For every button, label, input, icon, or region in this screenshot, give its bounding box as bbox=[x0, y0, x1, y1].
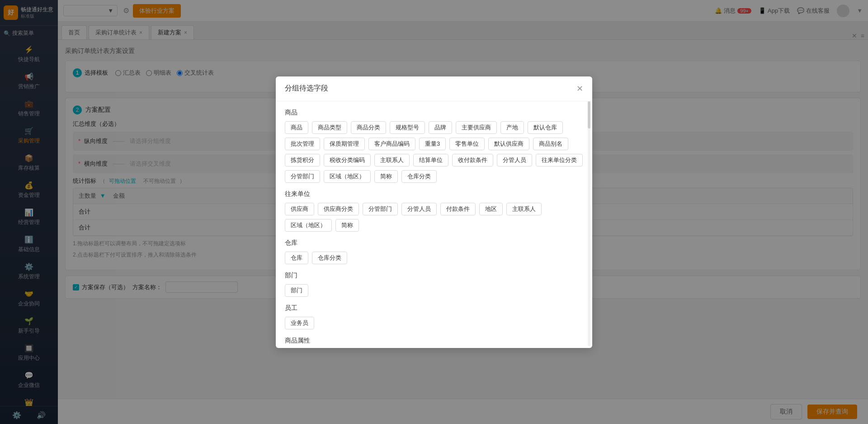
field-section-title-仓库: 仓库 bbox=[285, 239, 583, 247]
field-tag-税收分类编码[interactable]: 税收分类编码 bbox=[324, 154, 371, 167]
field-section-员工: 员工业务员 bbox=[285, 304, 583, 329]
field-tag-拣货积分[interactable]: 拣货积分 bbox=[285, 154, 320, 167]
field-tag-默认仓库[interactable]: 默认仓库 bbox=[528, 121, 563, 134]
field-tag-批次管理[interactable]: 批次管理 bbox=[285, 138, 320, 150]
modal-close-button[interactable]: ✕ bbox=[576, 84, 583, 94]
field-tag-仓库分类[interactable]: 仓库分类 bbox=[401, 170, 437, 183]
field-tag-仓库分类[interactable]: 仓库分类 bbox=[312, 252, 347, 264]
field-tag-主要供应商[interactable]: 主要供应商 bbox=[456, 121, 497, 134]
modal-body[interactable]: 商品商品商品类型商品分类规格型号品牌主要供应商产地默认仓库批次管理保质期管理客户… bbox=[276, 101, 592, 348]
field-section-商品: 商品商品商品类型商品分类规格型号品牌主要供应商产地默认仓库批次管理保质期管理客户… bbox=[285, 109, 583, 183]
field-tag-区域（地区）[interactable]: 区域（地区） bbox=[324, 170, 371, 183]
field-tag-主联系人[interactable]: 主联系人 bbox=[506, 203, 542, 215]
field-tag-默认供应商[interactable]: 默认供应商 bbox=[488, 138, 529, 150]
field-tag-收付款条件[interactable]: 收付款条件 bbox=[452, 154, 493, 167]
field-section-往来单位: 往来单位供应商供应商分类分管部门分管人员付款条件地区主联系人区域（地区）简称 bbox=[285, 190, 583, 232]
modal-scrollbar-track bbox=[588, 101, 590, 346]
field-tags-员工: 业务员 bbox=[285, 317, 583, 329]
field-tag-往来单位分类[interactable]: 往来单位分类 bbox=[536, 154, 583, 167]
field-tag-零售单位[interactable]: 零售单位 bbox=[449, 138, 485, 150]
field-section-title-部门: 部门 bbox=[285, 272, 583, 280]
field-tag-分管人员[interactable]: 分管人员 bbox=[401, 203, 437, 215]
modal-overlay: 分组待选字段 ✕ 商品商品商品类型商品分类规格型号品牌主要供应商产地默认仓库批次… bbox=[0, 0, 868, 424]
field-tag-商品[interactable]: 商品 bbox=[285, 121, 308, 134]
modal-scrollbar-thumb bbox=[588, 101, 590, 129]
field-tag-分管部门[interactable]: 分管部门 bbox=[363, 203, 398, 215]
field-tag-商品类型[interactable]: 商品类型 bbox=[312, 121, 347, 134]
field-tag-仓库[interactable]: 仓库 bbox=[285, 252, 308, 264]
field-tag-商品分类[interactable]: 商品分类 bbox=[351, 121, 386, 134]
field-tag-分管人员[interactable]: 分管人员 bbox=[497, 154, 532, 167]
field-section-title-商品属性: 商品属性 bbox=[285, 337, 583, 345]
modal-header: 分组待选字段 ✕ bbox=[276, 76, 592, 101]
field-tag-品牌[interactable]: 品牌 bbox=[429, 121, 452, 134]
field-tag-供应商[interactable]: 供应商 bbox=[285, 203, 314, 215]
field-tag-供应商分类[interactable]: 供应商分类 bbox=[318, 203, 359, 215]
field-tag-付款条件[interactable]: 付款条件 bbox=[440, 203, 476, 215]
field-tag-主联系人[interactable]: 主联系人 bbox=[374, 154, 410, 167]
field-tag-结算单位[interactable]: 结算单位 bbox=[413, 154, 448, 167]
field-tags-商品: 商品商品类型商品分类规格型号品牌主要供应商产地默认仓库批次管理保质期管理客户商品… bbox=[285, 121, 583, 183]
field-tag-规格型号[interactable]: 规格型号 bbox=[390, 121, 425, 134]
field-tag-区域（地区）[interactable]: 区域（地区） bbox=[285, 219, 332, 232]
field-tag-地区[interactable]: 地区 bbox=[479, 203, 503, 215]
field-tags-部门: 部门 bbox=[285, 284, 583, 297]
field-tag-商品别名[interactable]: 商品别名 bbox=[533, 138, 568, 150]
field-tags-往来单位: 供应商供应商分类分管部门分管人员付款条件地区主联系人区域（地区）简称 bbox=[285, 203, 583, 232]
field-tag-部门[interactable]: 部门 bbox=[285, 284, 308, 297]
field-section-部门: 部门部门 bbox=[285, 272, 583, 297]
field-tag-分管部门[interactable]: 分管部门 bbox=[285, 170, 320, 183]
field-section-title-商品: 商品 bbox=[285, 109, 583, 117]
field-tag-业务员[interactable]: 业务员 bbox=[285, 317, 314, 329]
field-tag-产地[interactable]: 产地 bbox=[500, 121, 524, 134]
field-section-商品属性: 商品属性属性颜色多规格尺码鞋码1 bbox=[285, 337, 583, 348]
field-tag-简称[interactable]: 简称 bbox=[335, 219, 359, 232]
field-tag-保质期管理[interactable]: 保质期管理 bbox=[324, 138, 365, 150]
field-section-仓库: 仓库仓库仓库分类 bbox=[285, 239, 583, 264]
field-tags-仓库: 仓库仓库分类 bbox=[285, 252, 583, 264]
field-tag-简称[interactable]: 简称 bbox=[374, 170, 398, 183]
field-section-title-往来单位: 往来单位 bbox=[285, 190, 583, 198]
field-tag-重量3[interactable]: 重量3 bbox=[419, 138, 446, 150]
field-tag-客户商品编码[interactable]: 客户商品编码 bbox=[368, 138, 415, 150]
field-section-title-员工: 员工 bbox=[285, 304, 583, 312]
modal-dialog: 分组待选字段 ✕ 商品商品商品类型商品分类规格型号品牌主要供应商产地默认仓库批次… bbox=[276, 76, 592, 348]
modal-title: 分组待选字段 bbox=[285, 84, 328, 93]
